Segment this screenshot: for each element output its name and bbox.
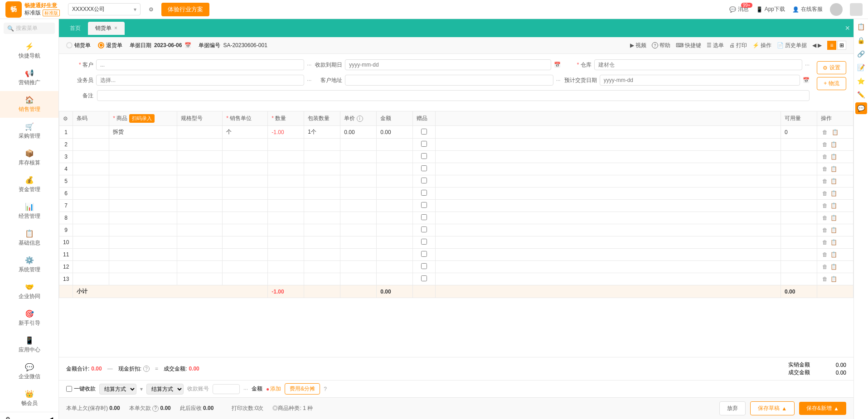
company-selector[interactable]: XXXXXX公司 ▾ (68, 3, 141, 15)
user-avatar[interactable] (830, 3, 843, 16)
select-btn[interactable]: ☰ 选单 (707, 42, 724, 49)
help-btn[interactable]: ? 帮助 (652, 42, 670, 49)
copy-row-12[interactable]: 📋 (830, 264, 837, 270)
salesperson-more-icon[interactable]: ··· (307, 77, 311, 83)
copy-row-2[interactable]: 📋 (830, 141, 837, 148)
right-panel-btn-6[interactable]: ✏️ (855, 89, 867, 101)
gift-checkbox-1[interactable] (421, 129, 427, 135)
address-more-icon[interactable]: ··· (556, 77, 561, 83)
settings-btn[interactable]: ⚙ 设置 (817, 61, 846, 74)
save-draft-btn[interactable]: 保存草稿 ▲ (750, 401, 795, 415)
delete-row-5[interactable]: 🗑 (822, 178, 828, 184)
sidebar-item-finance[interactable]: 💰 资金管理 (0, 171, 58, 198)
tab-sales-order[interactable]: 销货单 × (88, 22, 125, 35)
history-btn[interactable]: 📄 历史单据 (777, 42, 807, 49)
settlement-method-select[interactable]: 结算方式 (99, 384, 136, 395)
salesperson-input[interactable] (96, 75, 304, 86)
sidebar-settings-icon[interactable]: ⚙ (5, 416, 10, 419)
discard-btn[interactable]: 放弃 (719, 401, 746, 415)
product-1[interactable]: 拆货 (109, 126, 177, 139)
sidebar-item-app-center[interactable]: 📱 应用中心 (0, 332, 58, 358)
customer-more-icon[interactable]: ··· (307, 62, 311, 68)
experience-button[interactable]: 体验行业方案 (161, 3, 209, 16)
extra-avatar[interactable] (850, 3, 863, 16)
sidebar-collapse-icon[interactable]: ◀ (49, 416, 53, 419)
delete-row-11[interactable]: 🗑 (822, 251, 828, 258)
sidebar-item-marketing[interactable]: 📢 营销推广 (0, 64, 58, 91)
remark-input[interactable] (97, 90, 810, 101)
list-view-btn[interactable]: ≡ (827, 41, 836, 50)
close-all-icon[interactable]: × (845, 24, 850, 33)
delete-row-13[interactable]: 🗑 (822, 276, 828, 282)
total-owed-info-icon[interactable]: ? (152, 405, 159, 412)
pkg-qty-1[interactable]: 1个 (304, 126, 340, 139)
copy-row-6[interactable]: 📋 (830, 190, 837, 197)
right-panel-btn-1[interactable]: 📋 (855, 21, 867, 33)
delete-row-9[interactable]: 🗑 (822, 227, 828, 233)
unit-1[interactable]: 个 (223, 126, 268, 139)
one-click-checkbox[interactable] (66, 386, 72, 392)
sidebar-item-enterprise[interactable]: 🤝 企业协同 (0, 278, 58, 305)
copy-row-13[interactable]: 📋 (830, 276, 837, 282)
product-types-item[interactable]: ◎商品种类: 1 种 (272, 405, 313, 412)
radio-return-order[interactable]: 退货单 (98, 42, 122, 49)
save-new-btn[interactable]: 保存&新增 ▲ (799, 402, 846, 415)
customer-address-input[interactable] (345, 75, 553, 86)
copy-row-1[interactable]: 📋 (832, 129, 839, 135)
right-panel-btn-3[interactable]: 🔗 (855, 48, 867, 60)
prev-icon[interactable]: ◀ (812, 42, 816, 48)
delete-row-7[interactable]: 🗑 (822, 202, 828, 209)
account-input[interactable] (213, 384, 240, 394)
copy-row-5[interactable]: 📋 (830, 178, 837, 184)
copy-row-11[interactable]: 📋 (830, 251, 837, 258)
gift-1[interactable] (413, 126, 436, 139)
delete-row-4[interactable]: 🗑 (822, 166, 828, 172)
logistics-btn[interactable]: + 物流 (817, 77, 846, 90)
scan-btn[interactable]: 扫码录入 (129, 114, 155, 123)
delete-row-12[interactable]: 🗑 (822, 264, 828, 270)
amount-1[interactable]: 0.00 (377, 126, 413, 139)
video-btn[interactable]: ▶ 视频 (630, 42, 646, 49)
tab-close-icon[interactable]: × (114, 25, 117, 31)
add-payment-btn[interactable]: ● 添加 (266, 385, 281, 393)
delete-row-3[interactable]: 🗑 (822, 154, 828, 160)
sidebar-item-operations[interactable]: 📊 经营管理 (0, 198, 58, 225)
warehouse-input[interactable] (594, 59, 802, 70)
sidebar-item-member[interactable]: 👑 畅会员 (0, 385, 58, 412)
sidebar-item-inventory[interactable]: 📦 库存核算 (0, 144, 58, 171)
unit-price-info-icon[interactable]: i (357, 116, 363, 122)
tab-home[interactable]: 首页 (63, 22, 88, 35)
online-service-btn[interactable]: 👤 在线客服 (792, 5, 823, 13)
radio-sales-order[interactable]: 销货单 (66, 42, 91, 49)
due-date-input[interactable] (345, 59, 551, 70)
delete-row-2[interactable]: 🗑 (822, 141, 828, 148)
sidebar-item-wechat[interactable]: 💬 企业微信 (0, 358, 58, 385)
account-more-icon[interactable]: ··· (243, 386, 248, 392)
expected-delivery-input[interactable] (600, 75, 800, 86)
settlement-method-select2[interactable]: 结算方式 (146, 384, 184, 395)
one-click-payment-label[interactable]: 一键收款 (66, 385, 96, 393)
operations-btn[interactable]: ⚡ 操作 (752, 42, 771, 49)
delete-row-6[interactable]: 🗑 (822, 190, 828, 197)
settings-icon-btn[interactable]: ⚙ (144, 3, 158, 16)
sidebar-item-system-mgmt[interactable]: ⚙️ 系统管理 (0, 251, 58, 278)
delivery-calendar-icon[interactable]: 📅 (803, 77, 810, 83)
customer-input[interactable] (96, 59, 304, 70)
calendar-icon[interactable]: 📅 (184, 42, 191, 48)
qty-1[interactable]: -1.00 (268, 126, 304, 139)
warehouse-more-icon[interactable]: ··· (805, 62, 810, 68)
right-panel-btn-5[interactable]: ⭐ (855, 75, 867, 87)
copy-row-7[interactable]: 📋 (830, 202, 837, 209)
column-settings-icon[interactable]: ⚙ (63, 116, 68, 122)
search-input-container[interactable]: 🔍 搜索菜单 (4, 23, 55, 34)
delete-row-10[interactable]: 🗑 (822, 239, 828, 246)
copy-row-10[interactable]: 📋 (830, 239, 837, 246)
right-panel-btn-2[interactable]: 🔒 (855, 34, 867, 46)
right-panel-btn-4[interactable]: 📝 (855, 62, 867, 73)
barcode-1[interactable] (73, 126, 109, 139)
delete-row-8[interactable]: 🗑 (822, 215, 828, 221)
sidebar-item-quick-nav[interactable]: ⚡ 快捷导航 (0, 38, 58, 64)
spec-1[interactable] (177, 126, 223, 139)
copy-row-4[interactable]: 📋 (830, 166, 837, 172)
sidebar-item-basic-info[interactable]: 📋 基础信息 (0, 225, 58, 251)
